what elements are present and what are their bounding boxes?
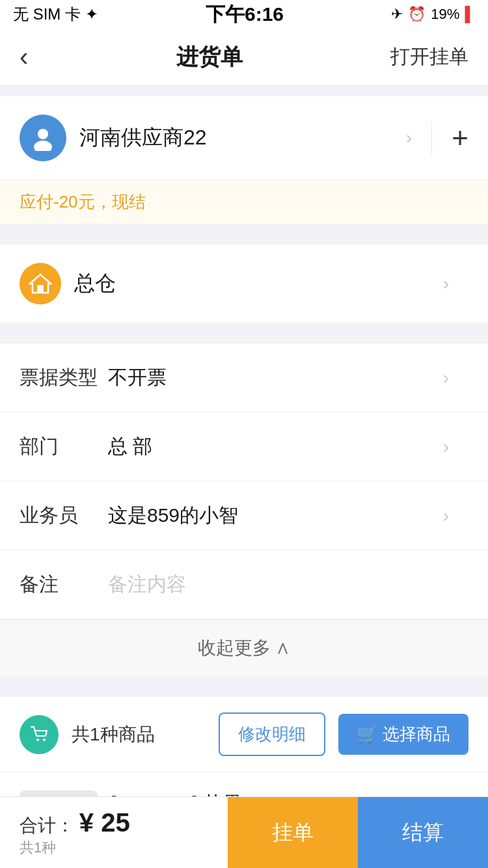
svg-rect-3 bbox=[37, 285, 44, 293]
edit-detail-button[interactable]: 修改明细 bbox=[219, 712, 325, 756]
salesperson-chevron: › bbox=[443, 506, 449, 526]
department-label: 部门 bbox=[20, 433, 98, 460]
invoice-type-row[interactable]: 票据类型 不开票 › bbox=[0, 344, 488, 413]
divider-3 bbox=[0, 333, 488, 344]
sim-status: 无 SIM 卡 ✦ bbox=[13, 4, 98, 25]
form-section: 票据类型 不开票 › 部门 总 部 › 业务员 这是859的小智 › 备注 备注… bbox=[0, 344, 488, 676]
divider-4 bbox=[0, 686, 488, 697]
svg-point-5 bbox=[43, 739, 46, 741]
nav-bar: ‹ 进货单 打开挂单 bbox=[0, 29, 488, 86]
supplier-avatar bbox=[20, 115, 66, 161]
chevron-right-icon: › bbox=[406, 128, 412, 148]
salesperson-label: 业务员 bbox=[20, 502, 98, 529]
remark-row[interactable]: 备注 备注内容 bbox=[0, 550, 488, 619]
collapse-bar[interactable]: 收起更多 ∧ bbox=[0, 619, 488, 676]
svg-point-0 bbox=[38, 129, 48, 139]
total-amount: ¥ 25 bbox=[79, 808, 130, 837]
svg-point-1 bbox=[34, 141, 52, 151]
bottom-bar: 合计： ¥ 25 共1种 挂单 结算 bbox=[0, 796, 488, 868]
select-cart-icon: 🛒 bbox=[357, 724, 377, 744]
add-button[interactable]: + bbox=[431, 122, 468, 154]
supplier-section: 河南供应商22 › + 应付-20元，现结 bbox=[0, 96, 488, 224]
checkout-button[interactable]: 结算 bbox=[358, 797, 488, 869]
svg-point-4 bbox=[36, 739, 39, 741]
person-icon bbox=[30, 125, 56, 151]
divider-2 bbox=[0, 234, 488, 245]
department-chevron: › bbox=[443, 437, 449, 457]
product-cart-icon bbox=[20, 715, 59, 754]
invoice-chevron: › bbox=[443, 368, 449, 388]
select-product-button[interactable]: 🛒 选择商品 bbox=[338, 714, 468, 755]
cart-icon bbox=[29, 724, 49, 745]
battery-icon: ▌ bbox=[465, 6, 475, 23]
warehouse-icon bbox=[20, 263, 61, 305]
battery-level: 19% bbox=[431, 6, 459, 23]
remark-placeholder[interactable]: 备注内容 bbox=[98, 571, 468, 598]
total-label: 合计： bbox=[20, 815, 74, 835]
department-value: 总 部 bbox=[98, 433, 443, 460]
status-left: 无 SIM 卡 ✦ bbox=[13, 4, 98, 25]
warehouse-section: 总仓 › bbox=[0, 245, 488, 323]
supplier-name: 河南供应商22 bbox=[79, 124, 406, 152]
remark-label: 备注 bbox=[20, 571, 98, 598]
select-product-label: 选择商品 bbox=[383, 723, 450, 746]
salesperson-value: 这是859的小智 bbox=[98, 502, 443, 529]
status-right: ✈ ⏰ 19% ▌ bbox=[391, 6, 475, 23]
salesperson-row[interactable]: 业务员 这是859的小智 › bbox=[0, 481, 488, 550]
warehouse-chevron: › bbox=[443, 273, 449, 294]
suspend-button[interactable]: 挂单 bbox=[228, 797, 358, 869]
supplier-row[interactable]: 河南供应商22 › + bbox=[0, 96, 488, 180]
total-section: 合计： ¥ 25 共1种 bbox=[0, 808, 228, 858]
warehouse-row[interactable]: 总仓 › bbox=[0, 245, 488, 323]
product-header: 共1种商品 修改明细 🛒 选择商品 bbox=[0, 697, 488, 772]
status-time: 下午6:16 bbox=[206, 1, 284, 28]
location-icon: ✈ bbox=[391, 6, 403, 23]
supplier-notice: 应付-20元，现结 bbox=[0, 180, 488, 224]
total-row: 合计： ¥ 25 bbox=[20, 808, 208, 838]
alarm-icon: ⏰ bbox=[408, 6, 426, 23]
divider-1 bbox=[0, 86, 488, 96]
invoice-type-value: 不开票 bbox=[98, 364, 443, 391]
house-icon bbox=[29, 272, 52, 295]
total-count: 共1种 bbox=[20, 838, 208, 858]
back-button[interactable]: ‹ bbox=[20, 42, 28, 72]
warehouse-name: 总仓 bbox=[74, 269, 443, 298]
department-row[interactable]: 部门 总 部 › bbox=[0, 413, 488, 481]
status-bar: 无 SIM 卡 ✦ 下午6:16 ✈ ⏰ 19% ▌ bbox=[0, 0, 488, 29]
collapse-label: 收起更多 ∧ bbox=[198, 638, 291, 658]
invoice-type-label: 票据类型 bbox=[20, 364, 98, 391]
open-pending-button[interactable]: 打开挂单 bbox=[390, 44, 468, 70]
product-count: 共1种商品 bbox=[72, 722, 206, 747]
page-title: 进货单 bbox=[176, 42, 243, 72]
